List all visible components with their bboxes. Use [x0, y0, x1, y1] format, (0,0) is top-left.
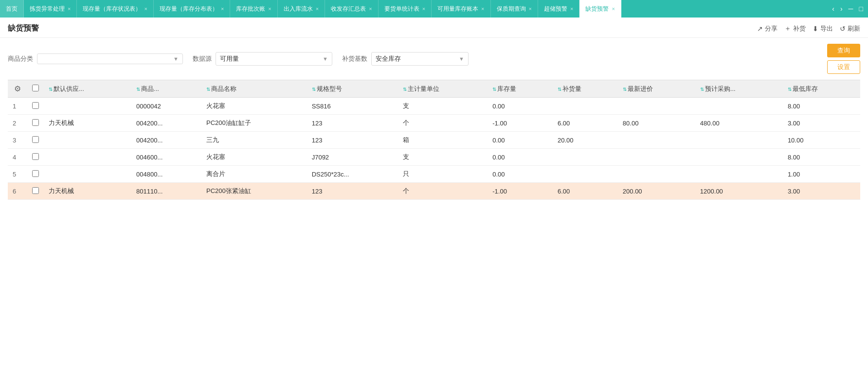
tab-item-0[interactable]: 首页 — [0, 0, 24, 18]
datasource-select-value: 可用量 — [220, 54, 239, 63]
query-button[interactable]: 查询 — [827, 44, 860, 57]
col-replenish[interactable]: ⇅补货量 — [553, 80, 618, 98]
gear-settings-icon[interactable]: ⚙ — [14, 85, 21, 93]
tab-item-8[interactable]: 可用量库存账本× — [432, 0, 490, 18]
row-replenish-0 — [553, 98, 618, 115]
col-spec[interactable]: ⇅规格型号 — [307, 80, 398, 98]
col-unit[interactable]: ⇅主计量单位 — [398, 80, 488, 98]
tab-maximize-button[interactable]: □ — [856, 4, 866, 14]
row-name-5: PC200张紧油缸 — [201, 183, 307, 200]
row-name-2: 三九 — [201, 132, 307, 149]
tab-item-9[interactable]: 保质期查询× — [491, 0, 538, 18]
tab-close-6[interactable]: × — [369, 6, 372, 12]
row-checkbox-cell-0[interactable] — [27, 98, 44, 115]
refresh-icon: ↺ — [840, 25, 846, 33]
tab-item-10[interactable]: 超储预警× — [538, 0, 579, 18]
table-row: 4 004600... 火花塞 J7092 支 0.00 8.00 — [8, 149, 860, 166]
row-checkbox-4[interactable] — [32, 170, 39, 177]
tab-nav-buttons: ‹ › ─ □ — [829, 4, 868, 14]
tab-item-1[interactable]: 拣货异常处理× — [24, 0, 77, 18]
tab-close-7[interactable]: × — [422, 6, 425, 12]
category-dropdown-icon: ▼ — [173, 56, 179, 62]
row-checkbox-2[interactable] — [32, 136, 39, 143]
tab-item-11[interactable]: 缺货预警× — [579, 0, 621, 18]
tab-label-10: 超储预警 — [544, 5, 567, 13]
settings-button[interactable]: 设置 — [827, 60, 860, 74]
row-unit-4: 只 — [398, 166, 488, 183]
tab-item-5[interactable]: 出入库流水× — [278, 0, 325, 18]
row-code-4: 004800... — [131, 166, 201, 183]
replenish-base-dropdown-icon: ▼ — [459, 56, 464, 62]
sort-stock-icon: ⇅ — [492, 87, 496, 92]
share-action[interactable]: ↗ 分享 — [757, 24, 778, 33]
row-min-stock-5: 3.00 — [783, 183, 860, 200]
tab-minimize-button[interactable]: ─ — [846, 4, 856, 14]
tab-item-4[interactable]: 库存批次账× — [230, 0, 277, 18]
col-select-all[interactable] — [27, 80, 44, 98]
col-est-purchase[interactable]: ⇅预计采购... — [695, 80, 783, 98]
row-min-stock-1: 3.00 — [783, 115, 860, 132]
row-est-3 — [695, 149, 783, 166]
replenish-action[interactable]: ＋ 补货 — [784, 24, 806, 33]
row-checkbox-0[interactable] — [32, 102, 39, 109]
tab-close-3[interactable]: × — [221, 6, 224, 12]
tab-label-0: 首页 — [6, 5, 18, 13]
row-checkbox-cell-3[interactable] — [27, 149, 44, 166]
row-replenish-1: 6.00 — [553, 115, 618, 132]
refresh-label: 刷新 — [848, 24, 860, 33]
row-checkbox-1[interactable] — [32, 119, 39, 126]
tab-label-5: 出入库流水 — [284, 5, 313, 13]
refresh-action[interactable]: ↺ 刷新 — [840, 24, 860, 33]
row-index-3: 4 — [8, 149, 27, 166]
col-min-stock[interactable]: ⇅最低库存 — [783, 80, 860, 98]
tab-item-3[interactable]: 现存量（库存分布表）× — [154, 0, 230, 18]
row-name-0: 火花塞 — [201, 98, 307, 115]
row-unit-0: 支 — [398, 98, 488, 115]
datasource-dropdown-icon: ▼ — [323, 56, 328, 62]
table-row: 3 004200... 三九 123 箱 0.00 20.00 10.00 — [8, 132, 860, 149]
tab-next-button[interactable]: › — [837, 4, 846, 14]
filter-area: 商品分类 ▼ 数据源 可用量 ▼ 补货基数 安全库存 ▼ 查询 设置 — [0, 38, 868, 80]
row-price-5: 200.00 — [618, 183, 695, 200]
table-header-row: ⚙ ⇅默认供应... ⇅商品... ⇅商品名称 ⇅规格型号 ⇅主计量单位 ⇅库存… — [8, 80, 860, 98]
tab-prev-button[interactable]: ‹ — [829, 4, 837, 14]
category-filter-group: 商品分类 ▼ — [8, 53, 183, 64]
tab-close-4[interactable]: × — [268, 6, 271, 12]
row-replenish-3 — [553, 149, 618, 166]
tab-item-7[interactable]: 要货单统计表× — [379, 0, 432, 18]
tab-item-6[interactable]: 收发存汇总表× — [325, 0, 378, 18]
tab-close-8[interactable]: × — [481, 6, 484, 12]
row-checkbox-cell-5[interactable] — [27, 183, 44, 200]
col-supplier[interactable]: ⇅默认供应... — [44, 80, 131, 98]
row-stock-2: 0.00 — [488, 132, 553, 149]
row-unit-3: 支 — [398, 149, 488, 166]
category-select[interactable]: ▼ — [37, 53, 183, 64]
tab-close-11[interactable]: × — [612, 6, 615, 12]
tab-label-3: 现存量（库存分布表） — [160, 5, 218, 13]
row-spec-0: SS816 — [307, 98, 398, 115]
sort-price-icon: ⇅ — [623, 87, 627, 92]
row-unit-2: 箱 — [398, 132, 488, 149]
tab-label-9: 保质期查询 — [497, 5, 526, 13]
col-latest-price[interactable]: ⇅最新进价 — [618, 80, 695, 98]
col-stock[interactable]: ⇅库存量 — [488, 80, 553, 98]
col-product-name[interactable]: ⇅商品名称 — [201, 80, 307, 98]
row-supplier-3 — [44, 149, 131, 166]
tab-close-5[interactable]: × — [316, 6, 319, 12]
row-checkbox-cell-1[interactable] — [27, 115, 44, 132]
row-checkbox-3[interactable] — [32, 153, 39, 160]
export-action[interactable]: ⬇ 导出 — [813, 24, 833, 33]
row-checkbox-cell-4[interactable] — [27, 166, 44, 183]
row-checkbox-cell-2[interactable] — [27, 132, 44, 149]
tab-close-2[interactable]: × — [144, 6, 147, 12]
select-all-checkbox[interactable] — [32, 85, 39, 91]
row-checkbox-5[interactable] — [32, 187, 39, 194]
tab-close-9[interactable]: × — [529, 6, 532, 12]
col-product-code[interactable]: ⇅商品... — [131, 80, 201, 98]
table-container: ⚙ ⇅默认供应... ⇅商品... ⇅商品名称 ⇅规格型号 ⇅主计量单位 ⇅库存… — [0, 80, 868, 200]
tab-close-10[interactable]: × — [570, 6, 573, 12]
replenish-base-select[interactable]: 安全库存 ▼ — [371, 52, 469, 66]
tab-close-1[interactable]: × — [68, 6, 71, 12]
tab-item-2[interactable]: 现存量（库存状况表）× — [77, 0, 153, 18]
datasource-select[interactable]: 可用量 ▼ — [216, 52, 332, 66]
